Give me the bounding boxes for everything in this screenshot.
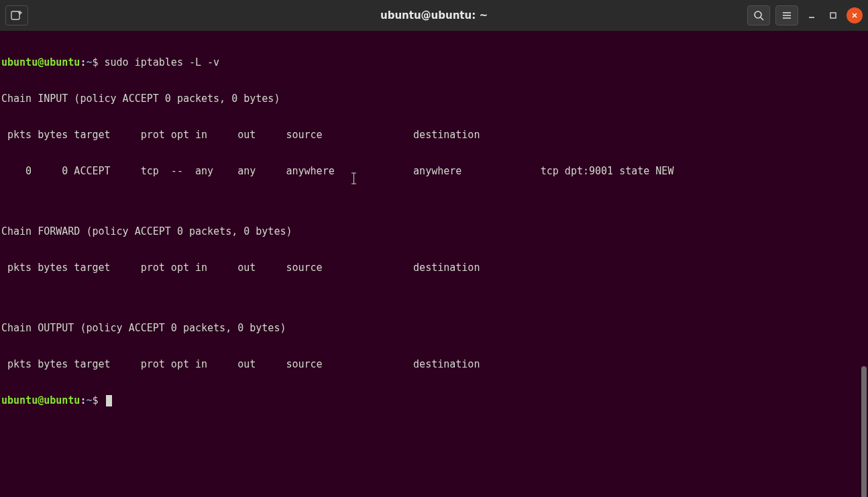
titlebar-right [747, 5, 863, 25]
prompt-user-host: ubuntu@ubuntu [1, 56, 80, 68]
minimize-icon [808, 11, 816, 19]
hamburger-icon [781, 10, 792, 21]
svg-rect-9 [830, 13, 836, 18]
terminal-window: ubuntu@ubuntu: ~ [0, 0, 868, 497]
block-cursor [106, 395, 112, 406]
scrollbar-thumb[interactable] [861, 366, 867, 497]
output-line: Chain FORWARD (policy ACCEPT 0 packets, … [1, 225, 867, 237]
terminal-body[interactable]: ubuntu@ubuntu:~$ sudo iptables -L -v Cha… [0, 31, 868, 497]
minimize-button[interactable] [804, 7, 820, 23]
titlebar-left [5, 5, 28, 25]
search-button[interactable] [747, 5, 770, 25]
titlebar: ubuntu@ubuntu: ~ [0, 0, 868, 31]
close-icon [851, 11, 859, 19]
prompt-user-host: ubuntu@ubuntu [1, 394, 80, 406]
maximize-icon [829, 11, 837, 19]
command-text: sudo iptables -L -v [105, 56, 220, 68]
prompt-line-2: ubuntu@ubuntu:~$ [1, 394, 867, 406]
output-line: pkts bytes target prot opt in out source… [1, 358, 867, 370]
prompt-dollar: $ [92, 394, 98, 406]
menu-button[interactable] [775, 5, 798, 25]
close-button[interactable] [847, 7, 863, 23]
output-line: 0 0 ACCEPT tcp -- any any anywhere anywh… [1, 165, 867, 177]
output-line: pkts bytes target prot opt in out source… [1, 129, 867, 141]
search-icon [753, 10, 764, 21]
scrollbar[interactable] [860, 31, 867, 497]
mouse-text-cursor [351, 148, 357, 160]
window-title: ubuntu@ubuntu: ~ [0, 9, 868, 21]
new-tab-button[interactable] [5, 5, 28, 25]
svg-point-3 [755, 11, 761, 18]
output-line: pkts bytes target prot opt in out source… [1, 262, 867, 274]
maximize-button[interactable] [825, 7, 841, 23]
svg-line-4 [761, 17, 763, 20]
prompt-line-1: ubuntu@ubuntu:~$ sudo iptables -L -v [1, 56, 867, 68]
prompt-dollar: $ [92, 56, 98, 68]
output-line: Chain OUTPUT (policy ACCEPT 0 packets, 0… [1, 322, 867, 334]
new-tab-icon [11, 9, 23, 21]
output-line: Chain INPUT (policy ACCEPT 0 packets, 0 … [1, 93, 867, 105]
